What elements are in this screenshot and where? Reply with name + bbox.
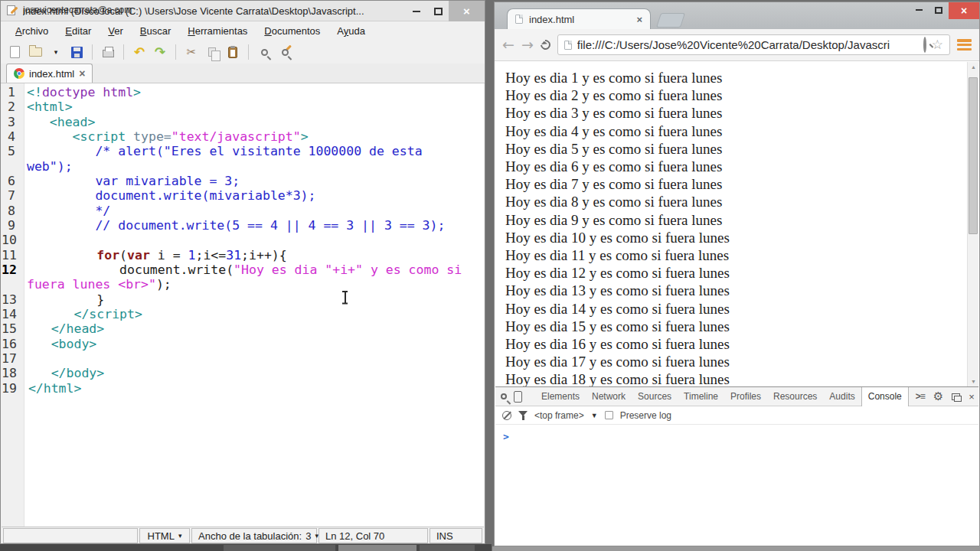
scrollbar-thumb[interactable] bbox=[969, 77, 978, 234]
dock-side-icon[interactable] bbox=[952, 393, 960, 400]
line-number: 18 bbox=[2, 366, 21, 380]
code-text: fuera lunes <br>"); bbox=[27, 277, 172, 292]
chrome-menu-icon[interactable] bbox=[957, 39, 972, 51]
output-line: Hoy es dia 15 y es como si fuera lunes bbox=[505, 318, 978, 335]
devtools-tab-resources[interactable]: Resources bbox=[767, 387, 823, 406]
devtools-tab-sources[interactable]: Sources bbox=[632, 387, 678, 406]
chrome-favicon bbox=[14, 68, 24, 79]
line-number: 12 bbox=[2, 262, 21, 277]
menu-ver[interactable]: Ver bbox=[100, 23, 132, 39]
tab-close-icon[interactable]: × bbox=[79, 68, 85, 79]
editor-app-icon bbox=[6, 5, 18, 17]
output-line: Hoy es dia 5 y es como si fuera lunes bbox=[505, 140, 978, 158]
output-line: Hoy es dia 6 y es como si fuera lunes bbox=[505, 158, 978, 175]
filter-icon[interactable] bbox=[518, 411, 528, 416]
devtools-tab-list: ElementsNetworkSourcesTimelineProfilesRe… bbox=[535, 387, 909, 406]
watermark-text: josevicentecarrata@a.com bbox=[23, 5, 132, 15]
ibeam-mouse-cursor bbox=[341, 291, 348, 304]
taskbar-button[interactable] bbox=[338, 545, 416, 551]
toolbar-separator bbox=[175, 44, 176, 60]
output-line: Hoy es dia 4 y es como si fuera lunes bbox=[505, 122, 978, 140]
menu-documentos[interactable]: Documentos bbox=[256, 23, 328, 39]
editor-tab-index-html[interactable]: index.html × bbox=[6, 64, 93, 83]
close-button[interactable]: × bbox=[949, 2, 979, 19]
code-text: <html> bbox=[27, 99, 73, 114]
menu-archivo[interactable]: Archivo bbox=[7, 23, 57, 39]
tab-width-dropdown[interactable]: Ancho de la tabulación: 3 ▾ bbox=[191, 528, 317, 543]
page-scrollbar[interactable]: ▲ ▼ bbox=[967, 62, 978, 386]
bookmark-star-icon[interactable]: ☆ bbox=[932, 38, 943, 51]
scroll-up-icon[interactable]: ▲ bbox=[968, 62, 978, 72]
devtools-tab-audits[interactable]: Audits bbox=[823, 387, 861, 406]
inspect-search-icon[interactable] bbox=[501, 393, 507, 399]
devtools-tab-timeline[interactable]: Timeline bbox=[678, 387, 724, 406]
code-text: var mivariable = 3; bbox=[27, 174, 240, 188]
devtools-close-icon[interactable]: × bbox=[969, 391, 975, 403]
cut-icon[interactable]: ✂ bbox=[184, 44, 199, 60]
menu-buscar[interactable]: Buscar bbox=[132, 23, 179, 39]
open-dropdown-caret[interactable]: ▾ bbox=[48, 44, 64, 60]
syntax-mode-dropdown[interactable]: HTML ▾ bbox=[139, 528, 190, 543]
save-icon[interactable] bbox=[69, 44, 84, 60]
code-text: web"); bbox=[27, 159, 73, 174]
taskbar-button[interactable] bbox=[224, 545, 335, 551]
code-text: /* alert("Eres el visitante 1000000 de e… bbox=[27, 144, 423, 158]
url-text[interactable]: file:///C:/Users/Jose%20Vicente%20Carrat… bbox=[577, 38, 918, 51]
menu-herramientas[interactable]: Herramientas bbox=[179, 23, 256, 39]
output-line: Hoy es dia 1 y es como si fuera lunes bbox=[505, 69, 978, 86]
forward-icon[interactable]: → bbox=[521, 37, 534, 52]
chevron-down-icon: ▼ bbox=[591, 412, 598, 419]
output-line: Hoy es dia 18 y es como si fuera lunes bbox=[505, 370, 978, 386]
devtools-tab-profiles[interactable]: Profiles bbox=[724, 387, 767, 406]
browser-tab[interactable]: index.html × bbox=[507, 8, 651, 29]
editor-menubar: ArchivoEditarVerBuscarHerramientasDocume… bbox=[1, 21, 485, 41]
editor-tabbar: index.html × bbox=[1, 64, 485, 83]
clear-console-icon[interactable] bbox=[502, 411, 511, 420]
search-icon[interactable] bbox=[256, 44, 272, 60]
print-icon[interactable] bbox=[100, 44, 116, 60]
editor-window: index.html (Disco local (C:) \Users\Jose… bbox=[0, 0, 485, 544]
gear-icon[interactable]: ⚙ bbox=[933, 391, 943, 403]
code-line: 2<html> bbox=[2, 99, 484, 114]
preserve-log-checkbox[interactable] bbox=[605, 411, 613, 419]
open-folder-icon[interactable] bbox=[28, 44, 43, 60]
address-bar[interactable]: file:///C:/Users/Jose%20Vicente%20Carrat… bbox=[557, 34, 950, 55]
copy-icon[interactable] bbox=[204, 44, 220, 60]
new-tab-button[interactable] bbox=[656, 13, 685, 28]
menu-ayuda[interactable]: Ayuda bbox=[328, 23, 374, 39]
code-text: document.write("Hoy es dia "+i+" y es co… bbox=[28, 262, 462, 277]
devtools-tab-console[interactable]: Console bbox=[861, 387, 909, 406]
close-button[interactable]: × bbox=[449, 1, 485, 21]
code-line: web"); bbox=[2, 159, 484, 174]
frame-selector[interactable]: <top frame> bbox=[534, 410, 584, 421]
output-line: Hoy es dia 3 y es como si fuera lunes bbox=[505, 104, 978, 122]
code-text: <body> bbox=[28, 337, 96, 351]
code-editor[interactable]: 1<!doctype html>2<html>3 <head>4 <script… bbox=[2, 83, 484, 527]
minimize-button[interactable] bbox=[909, 2, 929, 18]
devtools-tab-network[interactable]: Network bbox=[586, 387, 632, 406]
zoom-icon[interactable] bbox=[923, 38, 926, 52]
maximize-button[interactable] bbox=[427, 1, 449, 21]
device-mode-icon[interactable] bbox=[514, 391, 522, 403]
scroll-down-icon[interactable]: ▼ bbox=[968, 377, 978, 386]
reload-icon[interactable] bbox=[538, 37, 552, 51]
devtools-tabbar: ElementsNetworkSourcesTimelineProfilesRe… bbox=[495, 387, 978, 406]
console-drawer-icon[interactable]: >≡ bbox=[916, 391, 925, 402]
menu-editar[interactable]: Editar bbox=[57, 23, 100, 39]
devtools-tab-elements[interactable]: Elements bbox=[535, 387, 586, 406]
line-number bbox=[2, 159, 20, 174]
maximize-button[interactable] bbox=[929, 2, 949, 18]
search-replace-icon[interactable] bbox=[277, 44, 292, 60]
minimize-button[interactable] bbox=[406, 1, 427, 21]
redo-icon[interactable]: ↷ bbox=[152, 44, 168, 60]
tab-close-icon[interactable]: × bbox=[636, 14, 642, 25]
console-output[interactable]: > bbox=[495, 425, 978, 442]
new-file-icon[interactable] bbox=[7, 44, 22, 60]
taskbar-button[interactable] bbox=[420, 545, 475, 551]
code-text: </body> bbox=[28, 366, 104, 380]
back-icon[interactable]: ← bbox=[502, 37, 514, 52]
output-line: Hoy es dia 17 y es como si fuera lunes bbox=[505, 353, 978, 370]
editor-statusbar: HTML ▾ Ancho de la tabulación: 3 ▾ Ln 12… bbox=[2, 527, 484, 543]
paste-icon[interactable] bbox=[225, 44, 240, 60]
undo-icon[interactable]: ↶ bbox=[132, 44, 147, 60]
